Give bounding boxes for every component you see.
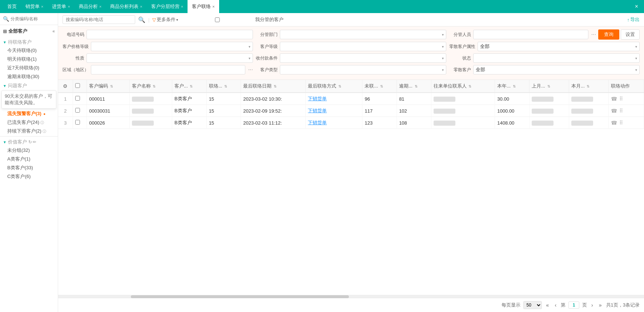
col-overdue[interactable]: 逾期... ⇅ bbox=[397, 80, 431, 93]
search-input[interactable] bbox=[63, 15, 135, 24]
first-page-button[interactable]: « bbox=[545, 301, 551, 309]
next-page-button[interactable]: › bbox=[590, 301, 595, 309]
cell-last-method[interactable]: 下销货单 bbox=[306, 105, 362, 117]
col-last-date[interactable]: 最后联络日期 ⇅ bbox=[241, 80, 306, 93]
prev-page-button[interactable]: ‹ bbox=[553, 301, 558, 309]
sidebar-group-pending-contact[interactable]: ▼ 待联络客户 bbox=[0, 37, 58, 46]
close-product-analysis[interactable]: × bbox=[99, 4, 101, 9]
col-overdue-label: 逾期... bbox=[399, 83, 412, 89]
chevron-down-icon: ▾ bbox=[176, 18, 178, 22]
row-checkbox-0[interactable] bbox=[75, 96, 80, 101]
col-type[interactable]: 客户... ⇅ bbox=[172, 80, 206, 93]
sidebar-search-input[interactable] bbox=[11, 16, 58, 21]
manager-dots-button[interactable]: ··· bbox=[591, 31, 596, 38]
cell-contact: 15 bbox=[206, 105, 241, 117]
payment-select[interactable]: ▾ bbox=[280, 53, 446, 63]
sidebar-group-value-customers[interactable]: ▼ 价值客户 ↻ ✏ bbox=[0, 137, 58, 146]
col-code[interactable]: 客户编码 ⇅ bbox=[87, 80, 129, 93]
close-product-analysis-list[interactable]: × bbox=[140, 4, 142, 9]
sidebar-item-declining[interactable]: 持续下滑客户(2) ⓘ bbox=[0, 127, 58, 135]
close-sales-order[interactable]: × bbox=[41, 4, 43, 9]
cell-last-method[interactable]: 下销货单 bbox=[306, 93, 362, 105]
scroll-thumb[interactable] bbox=[131, 295, 349, 298]
sidebar-item-tomorrow-contact[interactable]: 明天待联络(1) bbox=[0, 55, 58, 64]
filter-nature: 性质 ▾ bbox=[63, 53, 253, 63]
nav-customer-tier[interactable]: 客户分层经营 × bbox=[147, 0, 188, 13]
last-page-button[interactable]: » bbox=[597, 301, 603, 309]
sort-icon-contact: ⇅ bbox=[224, 84, 227, 88]
cell-last-method[interactable]: 下销货单 bbox=[306, 117, 362, 129]
sidebar-all-customers[interactable]: ⊞ 全部客户 « bbox=[0, 25, 58, 37]
nav-product-analysis-list[interactable]: 商品分析列表 × bbox=[106, 0, 146, 13]
status-select[interactable]: ▾ bbox=[473, 53, 640, 63]
per-page-select[interactable]: 50 100 bbox=[523, 301, 542, 309]
nature-select[interactable]: ▾ bbox=[86, 53, 253, 63]
select-all-checkbox[interactable] bbox=[75, 83, 80, 88]
search-button[interactable]: 🔍 bbox=[138, 16, 145, 23]
sidebar-item-7day-contact[interactable]: 近7天待联络(0) bbox=[0, 64, 58, 72]
nav-sales-order[interactable]: 销货单 × bbox=[21, 0, 48, 13]
sidebar-item-class-c[interactable]: C类客户(6) bbox=[0, 172, 58, 181]
col-contact-person[interactable]: 往来单位联系人 ⇅ bbox=[431, 80, 495, 93]
row-checkbox-2[interactable] bbox=[75, 120, 80, 125]
nav-product-analysis[interactable]: 商品分析 × bbox=[75, 0, 106, 13]
manager-label: 分管人员 bbox=[449, 32, 471, 38]
sidebar-group-problem-customers[interactable]: ▼ 问题客户 bbox=[0, 81, 58, 90]
sidebar-item-class-a[interactable]: A类客户(1) bbox=[0, 155, 58, 163]
my-customers-check[interactable] bbox=[181, 17, 254, 22]
customer-tier-select[interactable]: ▾ bbox=[280, 42, 446, 51]
last-month-blurred-0 bbox=[532, 97, 554, 102]
sidebar-item-class-b[interactable]: B类客户(33) bbox=[0, 163, 58, 172]
nav-customer-contact[interactable]: 客户联络 × bbox=[188, 0, 219, 13]
price-tier-select[interactable]: ▾ bbox=[91, 42, 253, 51]
nav-purchase-order[interactable]: 进货单 × bbox=[48, 0, 74, 13]
contact-icon-1[interactable]: ☎ bbox=[611, 108, 617, 114]
col-this-year[interactable]: 本年... ⇅ bbox=[495, 80, 530, 93]
retail-attr-select[interactable]: 全部 ▾ bbox=[478, 42, 640, 51]
sidebar-item-churn-warning[interactable]: 流失预警客户(3) ● bbox=[0, 109, 58, 118]
nav-home[interactable]: 首页 bbox=[3, 0, 21, 13]
retail-customer-select[interactable]: 全部 ▾ bbox=[473, 65, 640, 74]
cell-contact-person bbox=[431, 93, 495, 105]
dept-select[interactable]: ▾ bbox=[280, 30, 446, 39]
sidebar-item-churned[interactable]: 已流失客户(24) ⓘ bbox=[0, 118, 58, 127]
more-icon-1[interactable]: ⠿ bbox=[619, 108, 623, 114]
column-settings-icon[interactable]: ⚙ bbox=[63, 83, 68, 89]
contact-icon-2[interactable]: ☎ bbox=[611, 120, 617, 126]
col-last-month[interactable]: 上月... ⇅ bbox=[530, 80, 569, 93]
more-icon-2[interactable]: ⠿ bbox=[619, 120, 623, 126]
chevron-down-icon-retail: ▾ bbox=[635, 45, 637, 49]
edit-icon[interactable]: ✏ bbox=[33, 139, 36, 145]
export-icon: ↑ bbox=[627, 17, 630, 23]
top-navigation: 首页 销货单 × 进货单 × 商品分析 × 商品分析列表 × 客户分层经营 × … bbox=[0, 0, 644, 13]
close-all-button[interactable]: × bbox=[632, 3, 641, 10]
row-checkbox-1[interactable] bbox=[75, 108, 80, 113]
region-dots-button[interactable]: ··· bbox=[248, 66, 253, 73]
col-last-method[interactable]: 最后联络方式 ⇅ bbox=[306, 80, 362, 93]
page-input[interactable] bbox=[568, 301, 579, 309]
phone-input[interactable] bbox=[86, 30, 253, 39]
settings-button[interactable]: 设置 bbox=[621, 29, 640, 40]
contact-icon-0[interactable]: ☎ bbox=[611, 96, 617, 102]
my-customers-checkbox[interactable]: 我分管的客户 bbox=[181, 16, 283, 23]
horizontal-scrollbar[interactable] bbox=[58, 295, 644, 298]
close-purchase-order[interactable]: × bbox=[68, 4, 70, 9]
region-input[interactable] bbox=[91, 65, 245, 74]
refresh-icon[interactable]: ↻ bbox=[28, 139, 32, 145]
manager-input[interactable] bbox=[473, 30, 588, 39]
sidebar-item-overdue-contact[interactable]: 逾期未联络(30) bbox=[0, 72, 58, 81]
more-conditions-toggle[interactable]: ▽ 更多条件 ▾ bbox=[152, 16, 178, 23]
col-this-month[interactable]: 本月... ⇅ bbox=[569, 80, 608, 93]
close-customer-tier[interactable]: × bbox=[181, 4, 183, 9]
more-icon-0[interactable]: ⠿ bbox=[619, 96, 623, 102]
col-name[interactable]: 客户名称 ⇅ bbox=[129, 80, 172, 93]
sidebar-item-ungrouped[interactable]: 未分组(32) bbox=[0, 146, 58, 155]
customer-type-select[interactable]: ▾ bbox=[280, 65, 446, 74]
col-contact[interactable]: 联络... ⇅ bbox=[206, 80, 241, 93]
export-button[interactable]: ↑ 导出 bbox=[627, 16, 640, 23]
sidebar-item-today-contact[interactable]: 今天待联络(0) bbox=[0, 46, 58, 55]
query-button[interactable]: 查询 bbox=[598, 29, 619, 40]
filter-price-tier: 客户价格等级 ▾ bbox=[63, 42, 253, 51]
close-customer-contact[interactable]: × bbox=[212, 4, 214, 9]
col-not-contact[interactable]: 未联... ⇅ bbox=[362, 80, 397, 93]
